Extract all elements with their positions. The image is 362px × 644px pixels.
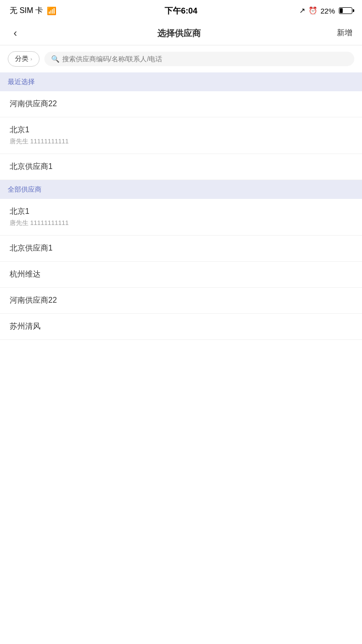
page-title: 选择供应商 xyxy=(157,28,201,39)
status-time: 下午6:04 xyxy=(165,5,197,16)
item-name: 杭州维达 xyxy=(10,269,352,280)
item-contact: 唐先生 11111111111 xyxy=(10,137,352,146)
search-icon: 🔍 xyxy=(51,55,59,63)
all-section-header: 全部供应商 xyxy=(0,180,362,199)
status-left: 无 SIM 卡 📶 xyxy=(10,6,56,16)
recent-section-label: 最近选择 xyxy=(8,78,35,85)
nav-bar: ‹ 选择供应商 新增 xyxy=(0,21,362,45)
item-contact: 唐先生 11111111111 xyxy=(10,219,352,227)
list-item[interactable]: 北京供应商1 xyxy=(0,236,362,262)
list-item[interactable]: 苏州清风 xyxy=(0,314,362,340)
list-item[interactable]: 河南供应商22 xyxy=(0,91,362,117)
recent-section-header: 最近选择 xyxy=(0,72,362,91)
list-item[interactable]: 河南供应商22 xyxy=(0,288,362,314)
item-name: 北京供应商1 xyxy=(10,243,352,253)
category-button[interactable]: 分类 › xyxy=(8,51,40,67)
battery-icon xyxy=(339,7,352,14)
chevron-right-icon: › xyxy=(30,56,32,62)
category-label: 分类 xyxy=(15,55,28,63)
status-bar: 无 SIM 卡 📶 下午6:04 ↗ ⏰ 22% xyxy=(0,0,362,21)
all-section-label: 全部供应商 xyxy=(8,185,42,193)
search-input[interactable] xyxy=(62,55,348,63)
item-name: 苏州清风 xyxy=(10,322,352,332)
wifi-icon: 📶 xyxy=(47,6,56,15)
list-item[interactable]: 北京1 唐先生 11111111111 xyxy=(0,117,362,154)
search-box[interactable]: 🔍 xyxy=(44,52,354,66)
back-button[interactable]: ‹ xyxy=(10,23,21,43)
item-name: 北京1 xyxy=(10,207,352,217)
status-right: ↗ ⏰ 22% xyxy=(299,6,352,15)
recent-items-list: 河南供应商22 北京1 唐先生 11111111111 北京供应商1 xyxy=(0,91,362,180)
location-icon: ↗ xyxy=(299,6,306,15)
item-name: 河南供应商22 xyxy=(10,99,352,109)
list-item[interactable]: 北京供应商1 xyxy=(0,154,362,180)
item-name: 北京供应商1 xyxy=(10,162,352,172)
item-name: 北京1 xyxy=(10,125,352,135)
add-button[interactable]: 新增 xyxy=(337,28,352,38)
filter-bar: 分类 › 🔍 xyxy=(0,45,362,72)
battery-percent: 22% xyxy=(320,7,335,15)
list-item[interactable]: 北京1 唐先生 11111111111 xyxy=(0,199,362,236)
alarm-icon: ⏰ xyxy=(308,6,318,15)
carrier-label: 无 SIM 卡 xyxy=(10,6,43,16)
list-item[interactable]: 杭州维达 xyxy=(0,262,362,288)
item-name: 河南供应商22 xyxy=(10,295,352,306)
all-items-list: 北京1 唐先生 11111111111 北京供应商1 杭州维达 河南供应商22 … xyxy=(0,199,362,340)
